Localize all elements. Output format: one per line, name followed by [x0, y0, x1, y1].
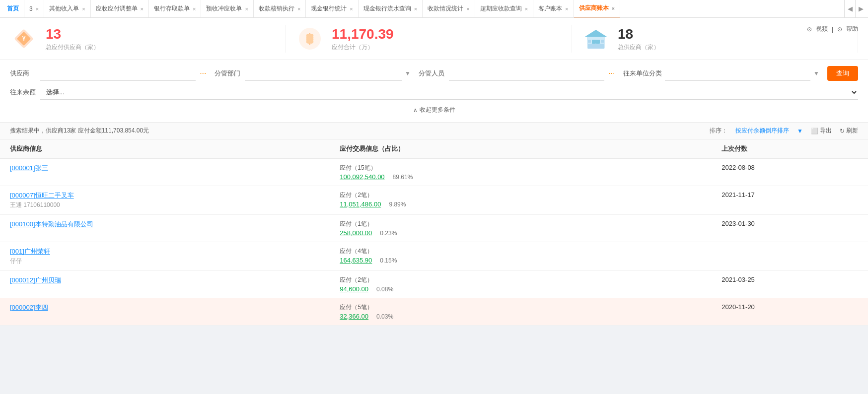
nav-tab-verify[interactable]: 收款核销执行 ×: [254, 0, 306, 18]
close-tab-cashflow-icon[interactable]: ×: [414, 6, 417, 12]
top-right-links: ⊙ 视频 | ⊙ 帮助: [807, 25, 858, 33]
nav-tab-3[interactable]: 3 ×: [24, 0, 44, 18]
nav-tab-adjust[interactable]: 应收应付调整单 ×: [91, 0, 149, 18]
col-header-supplier: 供应商信息: [0, 139, 330, 159]
tx-amount[interactable]: 11,051,486.00: [340, 200, 381, 208]
nav-tab-cashflow[interactable]: 现金银行流水查询 ×: [359, 0, 423, 18]
nav-tab-supplier[interactable]: 供应商账本 ×: [574, 0, 620, 18]
help-link[interactable]: 帮助: [846, 25, 858, 33]
tx-amount[interactable]: 258,000.00: [340, 229, 372, 237]
last-pay-cell: 2022-08-08: [712, 159, 868, 186]
diamond-icon: ¥: [10, 25, 38, 53]
nav-scroll-right-button[interactable]: ▶: [855, 0, 866, 18]
filter-dept: 分管部门 ▼: [215, 66, 411, 81]
refresh-button[interactable]: ↻ 刷新: [840, 127, 858, 135]
close-tab-verify-icon[interactable]: ×: [297, 6, 300, 12]
dept-filter-label: 分管部门: [215, 69, 242, 78]
filter-person: 分管人员 ···: [419, 66, 615, 81]
tx-amount[interactable]: 94,600.00: [340, 285, 368, 293]
supplier-info-cell: [000007]恒旺二手叉车王通 17106110000: [0, 186, 330, 215]
tx-info-cell: 应付（5笔）32,366.000.03%: [330, 298, 712, 326]
last-pay-cell: 2020-11-20: [712, 298, 868, 326]
dept-filter-input[interactable]: [245, 66, 402, 81]
close-tab-adjust-icon[interactable]: ×: [141, 6, 144, 12]
last-pay-cell: 2021-03-25: [712, 271, 868, 298]
tx-percent: 0.23%: [380, 230, 397, 237]
tx-info-cell: 应付（4笔）164,635.900.15%: [330, 242, 712, 271]
table-row: [000100]本特勤油品有限公司应付（1笔）258,000.000.23%20…: [0, 215, 868, 242]
supplier-name-link[interactable]: [000001]张三: [10, 164, 48, 172]
close-tab-customer-icon[interactable]: ×: [565, 6, 568, 12]
close-tab-3-icon[interactable]: ×: [36, 6, 39, 12]
result-bar: 搜索结果中，供应商13家 应付金额111,703,854.00元 排序： 按应付…: [0, 123, 868, 139]
top-navigation: 首页 3 × 其他收入单 × 应收应付调整单 × 银行存取款单 × 预收冲应收单…: [0, 0, 868, 18]
search-button[interactable]: 查询: [827, 66, 858, 81]
supplier-contact: 王通 17106110000: [10, 201, 320, 209]
supplier-name-link[interactable]: [000002]李四: [10, 304, 48, 311]
nav-scroll-left-button[interactable]: ◀: [844, 0, 855, 18]
collapse-filters-button[interactable]: ∧ 收起更多条件: [10, 104, 858, 118]
export-button[interactable]: ⬜ 导出: [811, 127, 832, 135]
help-icon: ⊙: [837, 26, 842, 33]
nav-tab-home[interactable]: 首页: [2, 0, 24, 18]
person-filter-input[interactable]: [449, 66, 604, 81]
supplier-name-link[interactable]: [000012]广州贝瑞: [10, 276, 61, 284]
total-suppliers-label: 总供应商（家）: [618, 43, 659, 52]
divider: |: [832, 26, 833, 33]
nav-tab-collect[interactable]: 收款情况统计 ×: [423, 0, 475, 18]
sort-value[interactable]: 按应付余额倒序排序: [735, 127, 789, 135]
chevron-up-icon: ∧: [413, 107, 418, 114]
payable-suppliers-count: 13: [46, 26, 99, 43]
balance-filter-select[interactable]: 选择...: [40, 85, 858, 100]
tx-amount[interactable]: 32,366.00: [340, 313, 368, 320]
balance-filter-label: 往来余额: [10, 88, 37, 97]
video-icon: ⊙: [807, 26, 812, 33]
supplier-info-cell: [000001]张三: [0, 159, 330, 186]
person-filter-dots[interactable]: ···: [608, 69, 615, 78]
close-tab-overdue-icon[interactable]: ×: [525, 6, 528, 12]
payable-amount-label: 应付合计（万）: [332, 43, 394, 52]
supplier-filter-input[interactable]: [40, 66, 196, 81]
table-row: [000007]恒旺二手叉车王通 17106110000应付（2笔）11,051…: [0, 186, 868, 215]
close-tab-cashstat-icon[interactable]: ×: [350, 6, 353, 12]
nav-tab-advance[interactable]: 预收冲应收单 ×: [201, 0, 253, 18]
nav-tab-bank[interactable]: 银行存取款单 ×: [149, 0, 201, 18]
close-tab-bank-icon[interactable]: ×: [193, 6, 196, 12]
col-header-lastpay: 上次付数: [712, 139, 868, 159]
supplier-name-link[interactable]: [001]广州荣轩: [10, 248, 50, 255]
tx-info-cell: 应付（15笔）100,092,540.0089.61%: [330, 159, 712, 186]
total-suppliers-count: 18: [618, 26, 659, 43]
person-filter-label: 分管人员: [419, 69, 446, 78]
tx-amount[interactable]: 100,092,540.00: [340, 173, 384, 181]
category-filter-input[interactable]: [665, 66, 811, 81]
sort-chevron-down-icon[interactable]: ▼: [797, 128, 803, 134]
supplier-info-cell: [000100]本特勤油品有限公司: [0, 215, 330, 242]
nav-tab-overdue[interactable]: 超期应收款查询 ×: [475, 0, 533, 18]
supplier-filter-dots[interactable]: ···: [200, 69, 206, 78]
supplier-name-link[interactable]: [000100]本特勤油品有限公司: [10, 220, 93, 228]
dept-chevron-down-icon[interactable]: ▼: [405, 70, 411, 77]
category-chevron-down-icon[interactable]: ▼: [813, 70, 819, 77]
tx-label: 应付（1笔）: [340, 220, 702, 228]
store-icon: [582, 25, 610, 53]
supplier-info-cell: [000012]广州贝瑞: [0, 271, 330, 298]
close-tab-supplier-icon[interactable]: ×: [612, 5, 615, 11]
nav-tab-other-income[interactable]: 其他收入单 ×: [44, 0, 90, 18]
tx-amount[interactable]: 164,635.90: [340, 257, 372, 264]
nav-tab-customer[interactable]: 客户账本 ×: [533, 0, 574, 18]
video-link[interactable]: 视频: [816, 25, 828, 33]
close-tab-advance-icon[interactable]: ×: [245, 6, 248, 12]
filter-supplier: 供应商 ···: [10, 66, 207, 81]
wheat-icon: ⚬: [296, 25, 324, 53]
payable-suppliers-label: 总应付供应商（家）: [46, 43, 99, 52]
close-tab-other-income-icon[interactable]: ×: [82, 6, 85, 12]
supplier-name-link[interactable]: [000007]恒旺二手叉车: [10, 192, 74, 199]
svg-text:¥: ¥: [22, 35, 26, 42]
table-header: 供应商信息 应付交易信息（占比） 上次付数: [0, 139, 868, 159]
refresh-icon: ↻: [840, 128, 845, 134]
nav-tab-cashstat[interactable]: 现金银行统计 ×: [306, 0, 358, 18]
tx-percent: 89.61%: [393, 174, 413, 181]
close-tab-collect-icon[interactable]: ×: [466, 6, 469, 12]
tx-percent: 9.89%: [389, 201, 406, 208]
supplier-info-cell: [001]广州荣轩仔仔: [0, 242, 330, 271]
